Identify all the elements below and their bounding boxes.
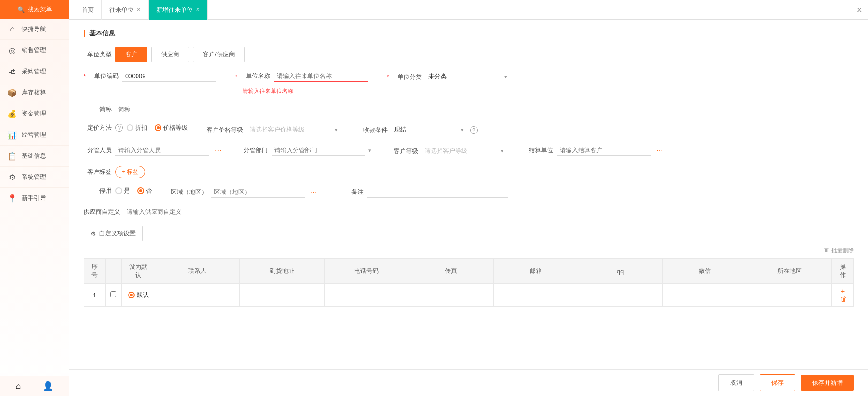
- search-icon: 🔍: [17, 6, 25, 13]
- close-window-button[interactable]: ✕: [856, 5, 862, 14]
- user-icon[interactable]: 👤: [43, 381, 53, 391]
- cell-default[interactable]: 默认: [122, 284, 155, 307]
- sidebar-item-operations[interactable]: 📊经营管理: [0, 124, 69, 146]
- unit-category-chevron: ▾: [504, 74, 507, 80]
- batch-delete-label[interactable]: 批量删除: [831, 247, 854, 255]
- cell-fax[interactable]: [409, 284, 493, 307]
- add-tag-button[interactable]: + 标签: [115, 166, 145, 178]
- tab-close-new-partner[interactable]: ✕: [196, 7, 200, 13]
- unit-name-error: 请输入往来单位名称: [243, 87, 293, 95]
- remark-label: 备注: [335, 188, 364, 196]
- department-input[interactable]: [272, 145, 365, 156]
- input-qq[interactable]: [583, 292, 657, 299]
- sidebar-item-quick-nav[interactable]: ⌂快捷导航: [0, 19, 69, 40]
- unit-info-row: * 单位编码 * 单位名称 请输入往来单位名称 * 单位分类: [84, 70, 854, 95]
- sidebar-item-inventory[interactable]: 📦库存核算: [0, 82, 69, 103]
- sidebar-item-sales[interactable]: ◎销售管理: [0, 40, 69, 61]
- cancel-button[interactable]: 取消: [718, 374, 754, 391]
- region-more-icon[interactable]: ···: [311, 188, 317, 196]
- th-wechat: 微信: [662, 259, 747, 284]
- customer-level-chevron: ▾: [501, 148, 503, 154]
- short-name-input[interactable]: [115, 104, 237, 115]
- region-input[interactable]: [211, 186, 305, 198]
- sidebar-search[interactable]: 🔍 搜索菜单: [0, 0, 69, 19]
- cell-wechat[interactable]: [662, 284, 747, 307]
- input-email[interactable]: [498, 292, 573, 299]
- disabled-no-item[interactable]: 否: [137, 186, 152, 195]
- tab-partners[interactable]: 往来单位✕: [102, 0, 149, 20]
- cell-action[interactable]: +🗑: [832, 284, 854, 307]
- save-button[interactable]: 保存: [760, 374, 795, 391]
- settlement-input[interactable]: [557, 145, 651, 156]
- cell-qq[interactable]: [578, 284, 662, 307]
- sidebar-item-guide[interactable]: 📍新手引导: [0, 188, 69, 209]
- payment-help-icon[interactable]: ?: [470, 126, 478, 134]
- input-phone[interactable]: [329, 292, 404, 299]
- delete-row-button[interactable]: 🗑: [840, 295, 847, 303]
- sidebar-label-inventory: 库存核算: [22, 88, 46, 97]
- th-qq: qq: [578, 259, 662, 284]
- manager-input[interactable]: [115, 145, 209, 156]
- unit-type-buttons: 客户供应商客户/供应商: [115, 47, 245, 62]
- input-address[interactable]: [244, 292, 319, 299]
- input-contact[interactable]: [160, 292, 235, 299]
- unit-code-label: 单位编码: [91, 72, 119, 80]
- input-location[interactable]: [752, 292, 827, 299]
- payment-terms-select[interactable]: 现结 ▾: [391, 124, 466, 136]
- type-btn-customer[interactable]: 客户: [115, 47, 147, 62]
- add-row-button[interactable]: +: [841, 287, 845, 295]
- disabled-yes-item[interactable]: 是: [115, 186, 130, 195]
- th-email: 邮箱: [494, 259, 578, 284]
- th-seq: 序号: [84, 259, 106, 284]
- tab-home[interactable]: 首页: [74, 0, 102, 20]
- tab-close-partners[interactable]: ✕: [137, 7, 141, 13]
- customer-level-select[interactable]: 请选择客户等级 ▾: [422, 145, 506, 157]
- unit-name-input[interactable]: [274, 70, 368, 82]
- th-address: 到货地址: [240, 259, 324, 284]
- inventory-icon: 📦: [8, 88, 17, 97]
- default-label: 默认: [137, 291, 149, 299]
- remark-input[interactable]: [367, 186, 508, 198]
- input-wechat[interactable]: [668, 292, 742, 299]
- cell-checkbox[interactable]: [106, 284, 122, 307]
- cell-location[interactable]: [747, 284, 831, 307]
- unit-type-row: 单位类型 客户供应商客户/供应商: [84, 47, 854, 62]
- save-new-button[interactable]: 保存并新增: [801, 375, 854, 391]
- section-title: 基本信息: [89, 29, 115, 38]
- system-icon: ⚙: [8, 172, 17, 182]
- pricing-discount-label: 折扣: [135, 124, 147, 132]
- payment-terms-label: 收款条件: [359, 126, 388, 134]
- cell-seq: 1: [84, 284, 106, 307]
- settlement-more-icon[interactable]: ···: [656, 146, 662, 155]
- sidebar-item-system[interactable]: ⚙系统管理: [0, 167, 69, 188]
- disabled-no-label: 否: [146, 186, 152, 195]
- disabled-yes-circle: [115, 187, 122, 194]
- customer-price-level-select[interactable]: 请选择客户价格等级 ▾: [247, 124, 341, 136]
- cell-contact[interactable]: [155, 284, 240, 307]
- type-btn-supplier[interactable]: 供应商: [151, 47, 189, 62]
- tab-new-partner[interactable]: 新增往来单位✕: [149, 0, 208, 20]
- manager-more-icon[interactable]: ···: [215, 146, 221, 155]
- type-btn-both[interactable]: 客户/供应商: [193, 47, 245, 62]
- supplier-custom-input[interactable]: [124, 206, 246, 217]
- row-checkbox-0[interactable]: [110, 291, 116, 297]
- input-fax[interactable]: [414, 292, 488, 299]
- pricing-method-label: 定价方法: [84, 124, 112, 132]
- sidebar-item-purchase[interactable]: 🛍采购管理: [0, 61, 69, 82]
- pricing-radio-discount[interactable]: 折扣: [127, 124, 147, 132]
- pricing-radio-grade[interactable]: 价格等级: [155, 124, 188, 132]
- pricing-help-icon[interactable]: ?: [115, 124, 123, 132]
- disabled-yes-label: 是: [124, 186, 130, 195]
- basic-icon: 📋: [8, 151, 17, 161]
- sidebar-item-finance[interactable]: 💰资金管理: [0, 103, 69, 124]
- cell-email[interactable]: [494, 284, 578, 307]
- pricing-grade-label: 价格等级: [163, 124, 188, 132]
- unit-category-select[interactable]: 未分类 ▾: [426, 70, 510, 83]
- custom-settings-button[interactable]: ⚙ 自定义项设置: [84, 226, 143, 241]
- cell-address[interactable]: [240, 284, 324, 307]
- unit-code-input[interactable]: [122, 70, 216, 82]
- cell-phone[interactable]: [324, 284, 409, 307]
- th-location: 所在地区: [747, 259, 831, 284]
- sidebar-item-basic[interactable]: 📋基础信息: [0, 146, 69, 167]
- home-icon[interactable]: ⌂: [16, 381, 21, 391]
